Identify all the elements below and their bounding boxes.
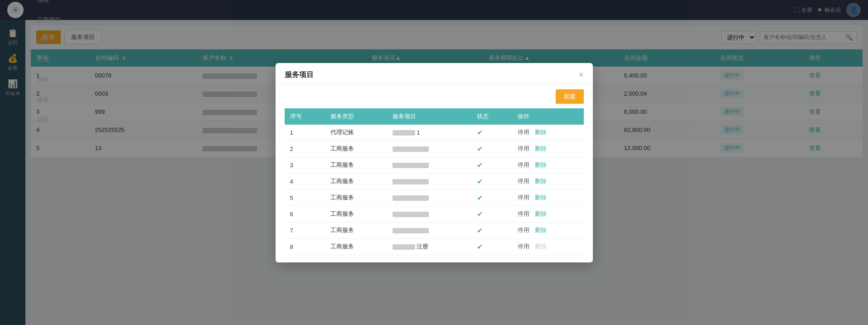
delete-button[interactable]: 删除 bbox=[535, 210, 547, 217]
modal-cell-seq: 7 bbox=[285, 222, 325, 238]
modal-cell-action: 停用 删除 bbox=[512, 141, 583, 157]
delete-button[interactable]: 删除 bbox=[535, 243, 547, 250]
service-items-table: 序号 服务类型 服务项目 状态 操作 1 代理记账 1 ✔ 停用 删除 2 工商… bbox=[285, 108, 584, 255]
modal-cell-type: 工商服务 bbox=[325, 222, 387, 238]
modal-cell-status: ✔ bbox=[471, 173, 512, 189]
delete-button[interactable]: 删除 bbox=[535, 194, 547, 201]
stop-button[interactable]: 停用 bbox=[518, 129, 529, 136]
modal-col-type: 服务类型 bbox=[325, 108, 387, 125]
modal-table-row: 2 工商服务 ✔ 停用 删除 bbox=[285, 141, 584, 157]
delete-button[interactable]: 删除 bbox=[535, 129, 547, 136]
stop-button[interactable]: 停用 bbox=[518, 227, 529, 233]
modal-cell-action: 停用 删除 bbox=[512, 173, 583, 189]
modal-cell-status: ✔ bbox=[471, 206, 512, 222]
modal-cell-type: 工商服务 bbox=[325, 173, 387, 189]
modal-cell-type: 工商服务 bbox=[325, 238, 387, 255]
modal-col-seq: 序号 bbox=[285, 108, 325, 125]
modal-cell-item bbox=[387, 222, 472, 238]
modal-close-button[interactable]: × bbox=[579, 71, 584, 79]
modal-col-status: 状态 bbox=[471, 108, 512, 125]
modal-col-item: 服务项目 bbox=[387, 108, 472, 125]
modal-cell-seq: 3 bbox=[285, 157, 325, 173]
modal-cell-type: 工商服务 bbox=[325, 141, 387, 157]
modal-overlay[interactable]: 服务项目 × 新建 序号 服务类型 服务项目 状态 操作 1 代理记账 bbox=[0, 0, 868, 325]
modal-cell-type: 工商服务 bbox=[325, 157, 387, 173]
stop-button[interactable]: 停用 bbox=[518, 194, 529, 201]
modal-cell-item: 注册 bbox=[387, 238, 472, 255]
modal-table-row: 3 工商服务 ✔ 停用 删除 bbox=[285, 157, 584, 173]
stop-button[interactable]: 停用 bbox=[518, 178, 529, 184]
modal-new-button[interactable]: 新建 bbox=[556, 89, 584, 104]
modal-table-body: 1 代理记账 1 ✔ 停用 删除 2 工商服务 ✔ 停用 删除 3 工商服务 ✔… bbox=[285, 125, 584, 255]
delete-button[interactable]: 删除 bbox=[535, 227, 547, 233]
modal-cell-action: 停用 删除 bbox=[512, 206, 583, 222]
modal-cell-item bbox=[387, 141, 472, 157]
stop-button[interactable]: 停用 bbox=[518, 161, 529, 168]
modal-header: 服务项目 × bbox=[276, 63, 593, 85]
modal-cell-status: ✔ bbox=[471, 141, 512, 157]
modal-cell-seq: 5 bbox=[285, 189, 325, 206]
modal-cell-item: 1 bbox=[387, 125, 472, 141]
modal-cell-type: 工商服务 bbox=[325, 189, 387, 206]
stop-button[interactable]: 停用 bbox=[518, 243, 529, 250]
modal-cell-action: 停用 删除 bbox=[512, 238, 583, 255]
modal-cell-item bbox=[387, 206, 472, 222]
modal-cell-item bbox=[387, 157, 472, 173]
modal-body: 序号 服务类型 服务项目 状态 操作 1 代理记账 1 ✔ 停用 删除 2 工商… bbox=[276, 108, 593, 262]
modal-table-row: 8 工商服务 注册 ✔ 停用 删除 bbox=[285, 238, 584, 255]
modal-cell-status: ✔ bbox=[471, 238, 512, 255]
stop-button[interactable]: 停用 bbox=[518, 210, 529, 217]
modal-cell-seq: 2 bbox=[285, 141, 325, 157]
modal-cell-status: ✔ bbox=[471, 125, 512, 141]
modal-table-row: 1 代理记账 1 ✔ 停用 删除 bbox=[285, 125, 584, 141]
modal-cell-status: ✔ bbox=[471, 189, 512, 206]
modal-toolbar: 新建 bbox=[276, 85, 593, 108]
modal-table-row: 5 工商服务 ✔ 停用 删除 bbox=[285, 189, 584, 206]
modal-title: 服务项目 bbox=[285, 70, 314, 80]
modal-cell-type: 工商服务 bbox=[325, 206, 387, 222]
modal-cell-type: 代理记账 bbox=[325, 125, 387, 141]
modal-cell-status: ✔ bbox=[471, 222, 512, 238]
modal-cell-seq: 4 bbox=[285, 173, 325, 189]
modal-cell-action: 停用 删除 bbox=[512, 222, 583, 238]
modal-cell-seq: 1 bbox=[285, 125, 325, 141]
modal-col-action: 操作 bbox=[512, 108, 583, 125]
modal-cell-seq: 6 bbox=[285, 206, 325, 222]
modal-table-row: 7 工商服务 ✔ 停用 删除 bbox=[285, 222, 584, 238]
modal-cell-item bbox=[387, 189, 472, 206]
modal-cell-action: 停用 删除 bbox=[512, 189, 583, 206]
stop-button[interactable]: 停用 bbox=[518, 145, 529, 152]
modal-cell-seq: 8 bbox=[285, 238, 325, 255]
modal-cell-action: 停用 删除 bbox=[512, 157, 583, 173]
service-modal: 服务项目 × 新建 序号 服务类型 服务项目 状态 操作 1 代理记账 bbox=[276, 63, 593, 262]
modal-table-row: 6 工商服务 ✔ 停用 删除 bbox=[285, 206, 584, 222]
modal-table-row: 4 工商服务 ✔ 停用 删除 bbox=[285, 173, 584, 189]
modal-cell-item bbox=[387, 173, 472, 189]
delete-button[interactable]: 删除 bbox=[535, 145, 547, 152]
modal-table-header: 序号 服务类型 服务项目 状态 操作 bbox=[285, 108, 584, 125]
modal-cell-action: 停用 删除 bbox=[512, 125, 583, 141]
modal-cell-status: ✔ bbox=[471, 157, 512, 173]
delete-button[interactable]: 删除 bbox=[535, 161, 547, 168]
delete-button[interactable]: 删除 bbox=[535, 178, 547, 184]
